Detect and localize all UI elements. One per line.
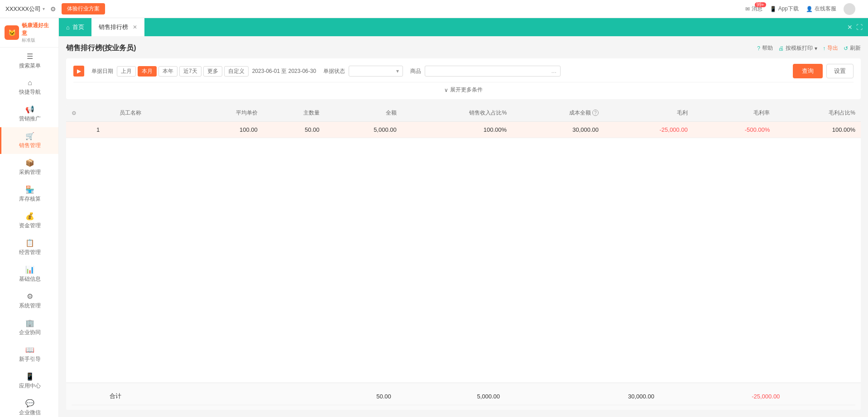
cell-main-qty: 50.00 <box>263 122 325 138</box>
sidebar-item-system[interactable]: ⚙ 系统管理 <box>0 288 58 314</box>
col-settings[interactable]: ⚙ <box>66 105 82 122</box>
cost-help-icon[interactable]: ? <box>592 110 599 116</box>
expand-row: ∨ 展开更多条件 <box>73 82 854 94</box>
gear-icon[interactable]: ⚙ <box>50 5 56 13</box>
enterprise-icon: 🏢 <box>25 319 34 327</box>
cell-sales-pct: 100.00% <box>402 122 512 138</box>
goods-input[interactable]: … <box>425 66 561 77</box>
col-name: 员工名称 <box>114 105 188 122</box>
header-actions: ? 帮助 🖨 按模板打印 ▾ ↑ 导出 ↺ 刷新 <box>757 44 861 52</box>
sidebar-item-app-center[interactable]: 📱 应用中心 <box>0 368 58 394</box>
goods-label: 商品 <box>410 67 421 75</box>
col-total: 全额 <box>325 105 402 122</box>
sidebar-item-label: 库存核算 <box>19 195 41 203</box>
sidebar-item-wechat[interactable]: 💬 企业微信 <box>0 394 58 417</box>
filter-row-1: ▶ 单据日期 上月 本月 本年 近7天 更多 自定义 2023-06-01 至 … <box>73 64 854 78</box>
sidebar-item-label: 应用中心 <box>19 382 41 390</box>
company-name: XXXXXX公司 <box>5 5 41 13</box>
date-tab-current-month[interactable]: 本月 <box>138 66 157 77</box>
marketing-icon: 📢 <box>25 105 34 114</box>
guide-icon: 📖 <box>25 345 34 354</box>
sidebar-item-basic-info[interactable]: 📊 基础信息 <box>0 261 58 288</box>
sidebar-logo: 🐱 畅康通好生意 标准版 <box>0 18 58 48</box>
status-filter: 单据状态 ▾ <box>323 66 403 77</box>
sidebar-item-label: 经营管理 <box>19 249 41 256</box>
expand-chevron-icon: ∨ <box>444 87 448 93</box>
basic-info-icon: 📊 <box>25 265 34 274</box>
logo-main-text: 畅康通好生意 <box>22 22 54 37</box>
tab-close-icon[interactable]: ✕ <box>133 24 137 30</box>
table-header: ⚙ 员工名称 平均单价 主数量 全额 销售收入占比% 成本全额? 毛利 <box>66 105 861 122</box>
sidebar-item-sales[interactable]: 🛒 销售管理 <box>0 127 58 154</box>
sidebar-item-search-order[interactable]: ☰ 搜索菜单 <box>0 48 58 74</box>
sidebar-item-enterprise[interactable]: 🏢 企业协同 <box>0 314 58 341</box>
avatar[interactable] <box>844 3 855 15</box>
sidebar-item-quick-nav[interactable]: ⌂ 快捷导航 <box>0 74 58 101</box>
print-button[interactable]: 🖨 按模板打印 ▾ <box>778 44 817 52</box>
sidebar-item-finance[interactable]: 💰 资金管理 <box>0 207 58 234</box>
refresh-icon: ↺ <box>844 45 848 52</box>
cell-rank: 1 <box>82 122 114 138</box>
sidebar-item-marketing[interactable]: 📢 营销推广 <box>0 101 58 127</box>
date-tab-current-year[interactable]: 本年 <box>158 66 177 77</box>
message-button[interactable]: ✉ 消息 99+ <box>745 5 762 13</box>
system-icon: ⚙ <box>27 292 33 301</box>
table-body: 1 100.00 50.00 5,000.00 100.00% 30,000.0… <box>66 122 861 138</box>
help-button[interactable]: ? 帮助 <box>757 44 773 52</box>
tab-home[interactable]: ⌂ 首页 <box>59 18 91 36</box>
footer-table: 合计 50.00 5,000.00 30,000.00 -25,000.00 <box>72 388 855 405</box>
inventory-icon: 🏪 <box>25 185 34 194</box>
content-area: ⌂ 首页 销售排行榜 ✕ ✕ ⛶ 销售排行榜(按业务员) ? 帮助 <box>59 18 868 417</box>
col-gross-rate: 毛利率 <box>693 105 776 122</box>
refresh-button[interactable]: ↺ 刷新 <box>844 44 861 52</box>
status-select[interactable]: ▾ <box>349 66 403 77</box>
table-section: ⚙ 员工名称 平均单价 主数量 全额 销售收入占比% 成本全额? 毛利 <box>66 105 861 410</box>
sidebar-item-purchase[interactable]: 📦 采购管理 <box>0 154 58 181</box>
message-icon: ✉ <box>745 6 750 12</box>
service-button[interactable]: 👤 在线客服 <box>806 5 836 13</box>
export-icon: ↑ <box>823 45 825 52</box>
sidebar: 🐱 畅康通好生意 标准版 ☰ 搜索菜单 ⌂ 快捷导航 📢 营销推广 🛒 销售管理… <box>0 18 59 417</box>
cell-gross: -25,000.00 <box>604 122 693 138</box>
goods-more-icon: … <box>551 68 556 74</box>
cell-name <box>114 122 188 138</box>
tab-expand-icon[interactable]: ⛶ <box>856 24 863 31</box>
sidebar-item-operation[interactable]: 📋 经营管理 <box>0 234 58 261</box>
date-tab-prev-month[interactable]: 上月 <box>117 66 136 77</box>
tab-actions: ✕ ⛶ <box>842 24 868 31</box>
col-main-qty: 主数量 <box>263 105 325 122</box>
date-tab-7days[interactable]: 近7天 <box>179 66 201 77</box>
tab-bar: ⌂ 首页 销售排行榜 ✕ ✕ ⛶ <box>59 18 868 36</box>
tab-minimize-icon[interactable]: ✕ <box>847 24 853 31</box>
refresh-label: 刷新 <box>850 44 861 52</box>
sidebar-item-guide[interactable]: 📖 新手引导 <box>0 341 58 368</box>
filter-toggle-button[interactable]: ▶ <box>73 66 84 77</box>
col-gross-pct: 毛利占比% <box>775 105 861 122</box>
footer-main-qty: 50.00 <box>314 388 397 405</box>
date-tab-custom[interactable]: 自定义 <box>224 66 249 77</box>
sidebar-item-label: 销售管理 <box>19 142 41 149</box>
date-tab-more[interactable]: 更多 <box>203 66 222 77</box>
filter-right-actions: 查询 设置 <box>793 64 854 78</box>
table-wrapper: ⚙ 员工名称 平均单价 主数量 全额 销售收入占比% 成本全额? 毛利 <box>66 105 861 383</box>
sidebar-item-label: 快捷导航 <box>19 88 41 96</box>
app-center-icon: 📱 <box>25 372 34 381</box>
page-header: 销售排行榜(按业务员) ? 帮助 🖨 按模板打印 ▾ ↑ 导出 <box>66 43 861 53</box>
app-download-button[interactable]: 📱 App下载 <box>770 5 799 13</box>
trial-button[interactable]: 体验行业方案 <box>62 3 105 14</box>
sidebar-item-label: 企业协同 <box>19 329 41 336</box>
top-bar: XXXXXX公司 ▾ ⚙ 体验行业方案 ✉ 消息 99+ 📱 App下载 👤 在… <box>0 0 868 18</box>
cell-settings <box>66 122 82 138</box>
tab-sales-ranking[interactable]: 销售排行榜 ✕ <box>91 18 144 36</box>
filter-section: ▶ 单据日期 上月 本月 本年 近7天 更多 自定义 2023-06-01 至 … <box>66 58 861 99</box>
export-button[interactable]: ↑ 导出 <box>823 44 838 52</box>
query-button[interactable]: 查询 <box>793 64 823 78</box>
expand-conditions-button[interactable]: ∨ 展开更多条件 <box>444 86 483 94</box>
settings-button[interactable]: 设置 <box>826 64 854 78</box>
expand-label: 展开更多条件 <box>450 86 483 94</box>
export-label: 导出 <box>827 44 838 52</box>
sidebar-item-inventory[interactable]: 🏪 库存核算 <box>0 181 58 207</box>
company-selector[interactable]: XXXXXX公司 ▾ <box>5 5 45 13</box>
purchase-icon: 📦 <box>25 158 34 167</box>
date-label: 单据日期 <box>91 67 113 75</box>
